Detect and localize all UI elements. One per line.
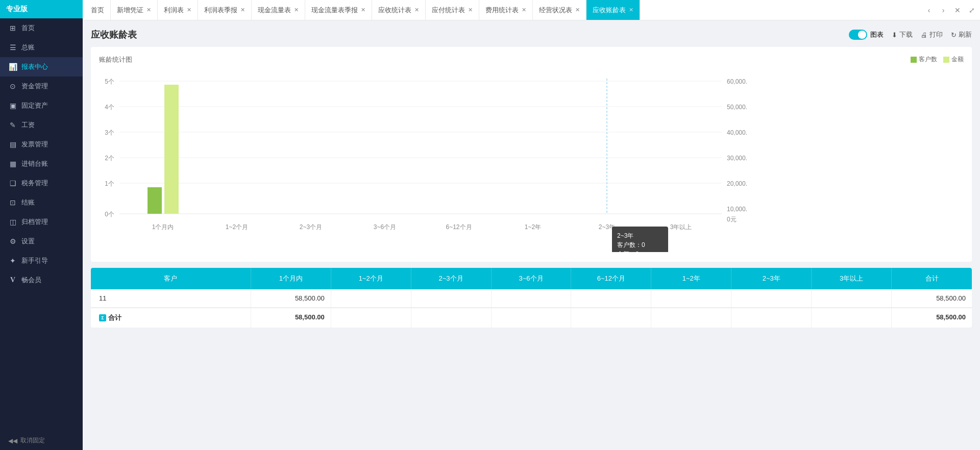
svg-text:2个: 2个 — [105, 155, 114, 162]
download-btn[interactable]: ⬇ 下载 — [892, 30, 913, 39]
sidebar-item-ledger[interactable]: ☰ 总账 — [0, 38, 83, 57]
refresh-icon: ↻ — [951, 31, 957, 39]
tab-expense-stat[interactable]: 费用统计表 ✕ — [479, 0, 533, 20]
tab-cashflow-quarter-close[interactable]: ✕ — [361, 7, 365, 13]
sidebar-item-asset[interactable]: ▣ 固定资产 — [0, 96, 83, 115]
tab-home[interactable]: 首页 — [85, 0, 111, 20]
tab-cashflow-close[interactable]: ✕ — [294, 7, 299, 13]
legend-amount: 金额 — [943, 55, 964, 64]
tab-voucher-close[interactable]: ✕ — [146, 7, 151, 13]
th-1m: 1个月内 — [251, 268, 331, 289]
tab-nav-buttons: ‹ › ✕ ⤢ — [923, 4, 978, 16]
tab-nav-prev[interactable]: ‹ — [923, 4, 935, 16]
tab-nav-close-all[interactable]: ✕ — [951, 4, 964, 16]
tab-business-stat-close[interactable]: ✕ — [575, 7, 580, 13]
tf-1-2y — [651, 308, 731, 328]
sidebar-item-capital[interactable]: ⊙ 资金管理 — [0, 77, 83, 96]
td-1m: 58,500.00 — [251, 289, 331, 307]
svg-text:金额：0: 金额：0 — [617, 251, 639, 252]
data-table: 客户 1个月内 1~2个月 2~3个月 3~6个月 6~12个月 1~2年 2~… — [91, 268, 972, 328]
home-icon: ⊞ — [8, 24, 17, 32]
svg-text:40,000.00元: 40,000.00元 — [727, 129, 747, 136]
tab-business-stat[interactable]: 经营状况表 ✕ — [533, 0, 586, 20]
tab-aging[interactable]: 应收账龄表 ✕ — [586, 0, 640, 20]
refresh-btn[interactable]: ↻ 刷新 — [951, 30, 972, 39]
print-btn[interactable]: 🖨 打印 — [921, 30, 943, 39]
tf-label: Σ 合计 — [91, 308, 251, 328]
tab-payable-stat-close[interactable]: ✕ — [468, 7, 473, 13]
td-total: 58,500.00 — [892, 289, 972, 307]
sidebar-item-label: 进销台账 — [21, 159, 48, 168]
table-header: 客户 1个月内 1~2个月 2~3个月 3~6个月 6~12个月 1~2年 2~… — [91, 268, 972, 289]
sidebar-item-salary[interactable]: ✎ 工资 — [0, 115, 83, 135]
svg-text:20,000.00元: 20,000.00元 — [727, 180, 747, 187]
chart-toggle[interactable] — [849, 30, 867, 40]
chart-svg-wrapper: 5个 4个 3个 2个 1个 0个 60,000.00元 50,000.00元 … — [99, 68, 964, 254]
svg-text:6~12个月: 6~12个月 — [446, 223, 472, 231]
svg-text:10,000.00元: 10,000.00元 — [727, 206, 747, 213]
guide-icon: ✦ — [8, 257, 17, 265]
tab-cashflow-label: 现金流量表 — [258, 6, 291, 15]
tab-receivable-stat[interactable]: 应收统计表 ✕ — [372, 0, 426, 20]
sidebar-item-tax[interactable]: ❑ 税务管理 — [0, 173, 83, 193]
table-footer: Σ 合计 58,500.00 58,500.00 — [91, 308, 972, 328]
sidebar-item-stock[interactable]: ▦ 进销台账 — [0, 154, 83, 173]
sidebar-item-label: 新手引导 — [21, 256, 48, 265]
sidebar-item-close[interactable]: ⊡ 结账 — [0, 193, 83, 212]
sidebar-item-label: 结账 — [21, 198, 35, 207]
tab-bar: 首页 新增凭证 ✕ 利润表 ✕ 利润表季报 ✕ 现金流量表 ✕ 现金流量表季报 … — [83, 0, 980, 20]
td-customer: 11 — [91, 289, 251, 307]
legend-amount-dot — [943, 57, 949, 63]
tab-nav-expand[interactable]: ⤢ — [966, 4, 978, 16]
sidebar-item-settings[interactable]: ⚙ 设置 — [0, 232, 83, 251]
svg-text:1~2年: 1~2年 — [525, 223, 541, 231]
tab-expense-stat-close[interactable]: ✕ — [522, 7, 526, 13]
svg-text:3年以上: 3年以上 — [670, 223, 692, 231]
refresh-label: 刷新 — [959, 30, 972, 39]
svg-text:5个: 5个 — [105, 78, 114, 85]
tab-aging-close[interactable]: ✕ — [629, 7, 633, 13]
archive-icon: ◫ — [8, 218, 17, 226]
legend-amount-label: 金额 — [951, 55, 964, 64]
tab-voucher-label: 新增凭证 — [117, 6, 143, 15]
collapse-label: 取消固定 — [20, 436, 45, 445]
sidebar-item-label: 畅会员 — [21, 276, 41, 285]
download-icon: ⬇ — [892, 31, 897, 39]
sidebar-item-label: 资金管理 — [21, 82, 48, 91]
tab-voucher[interactable]: 新增凭证 ✕ — [111, 0, 158, 20]
sidebar-item-archive[interactable]: ◫ 归档管理 — [0, 212, 83, 232]
sidebar-collapse-btn[interactable]: ◀◀ 取消固定 — [0, 431, 83, 450]
print-label: 打印 — [929, 30, 943, 39]
sidebar-item-guide[interactable]: ✦ 新手引导 — [0, 251, 83, 270]
download-label: 下载 — [899, 30, 913, 39]
sidebar-item-home[interactable]: ⊞ 首页 — [0, 18, 83, 38]
sidebar-item-invoice[interactable]: ▤ 发票管理 — [0, 135, 83, 154]
sidebar-item-label: 报表中心 — [21, 62, 48, 71]
tf-label-text: 合计 — [108, 313, 121, 322]
sidebar-item-vip[interactable]: V 畅会员 — [0, 270, 83, 290]
tab-receivable-stat-close[interactable]: ✕ — [414, 7, 419, 13]
svg-text:4个: 4个 — [105, 104, 114, 111]
tab-payable-stat[interactable]: 应付统计表 ✕ — [426, 0, 479, 20]
report-icon: 📊 — [8, 63, 17, 71]
td-1-2y — [651, 289, 731, 307]
tab-profit[interactable]: 利润表 ✕ — [158, 0, 198, 20]
th-1-2y: 1~2年 — [651, 268, 731, 289]
tab-profit-quarter-label: 利润表季报 — [204, 6, 237, 15]
td-3y — [812, 289, 892, 307]
tab-profit-close[interactable]: ✕ — [187, 7, 191, 13]
th-3y: 3年以上 — [812, 268, 892, 289]
tab-cashflow[interactable]: 现金流量表 ✕ — [252, 0, 305, 20]
svg-text:客户数：0: 客户数：0 — [617, 241, 645, 248]
tab-profit-label: 利润表 — [164, 6, 184, 15]
tab-nav-next[interactable]: › — [937, 4, 949, 16]
tab-cashflow-quarter[interactable]: 现金流量表季报 ✕ — [305, 0, 372, 20]
th-total: 合计 — [892, 268, 972, 289]
sidebar-item-label: 总账 — [21, 43, 35, 52]
sidebar-item-label: 设置 — [21, 237, 35, 246]
tab-profit-quarter[interactable]: 利润表季报 ✕ — [198, 0, 252, 20]
sidebar-item-report[interactable]: 📊 报表中心 — [0, 57, 83, 77]
chart-title: 账龄统计图 — [99, 55, 964, 64]
settings-icon: ⚙ — [8, 237, 17, 245]
tab-profit-quarter-close[interactable]: ✕ — [240, 7, 245, 13]
